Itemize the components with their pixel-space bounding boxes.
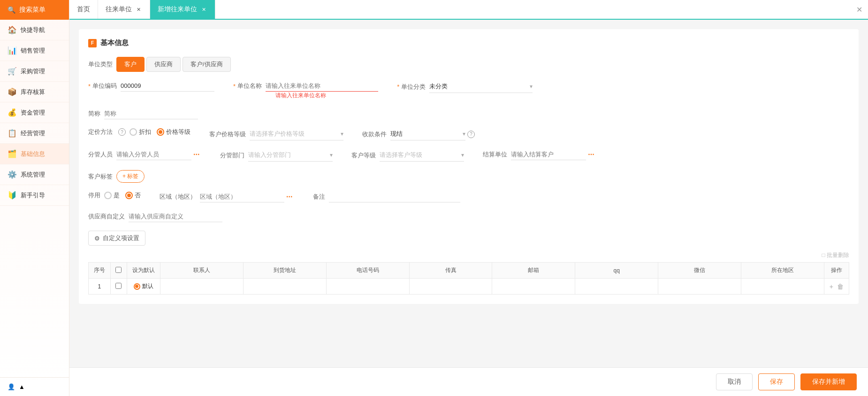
- section-title: F 基本信息: [88, 39, 849, 47]
- wechat-input[interactable]: [670, 283, 729, 290]
- phone-input[interactable]: [335, 283, 401, 290]
- tab-close-add-vendor[interactable]: ✕: [200, 6, 207, 13]
- supplier-custom-row: 供应商自定义: [88, 211, 849, 222]
- table-header: 所在地区: [741, 263, 824, 279]
- customer-price-level-select[interactable]: 请选择客户价格等级 ▾: [250, 128, 343, 140]
- tab-vendor-list[interactable]: 往来单位✕: [98, 0, 150, 19]
- contact-table: 序号设为默认联系人到货地址电话号码传真邮箱qq微信所在地区操作 1 默认 + 🗑: [88, 262, 849, 295]
- row-checkbox[interactable]: [115, 283, 122, 289]
- pricing-label: 定价方法: [88, 128, 113, 136]
- customer-level-placeholder: 请选择客户等级: [380, 151, 459, 159]
- unit-type-buttons: 客户 供应商 客户/供应商: [116, 57, 231, 72]
- contact-input[interactable]: [173, 283, 231, 290]
- tab-add-vendor[interactable]: 新增往来单位✕: [150, 0, 215, 19]
- customer-price-level-label: 客户价格等级: [209, 130, 246, 139]
- manager-group: 分管人员 ···: [88, 149, 201, 160]
- qq-input[interactable]: [587, 283, 646, 290]
- disable-yes-label: 是: [114, 191, 120, 200]
- unit-code-input[interactable]: [121, 80, 214, 92]
- row-checkbox-cell: [110, 279, 127, 295]
- custom-settings-button[interactable]: ⚙ 自定义项设置: [88, 231, 145, 246]
- fax-input[interactable]: [421, 283, 480, 290]
- search-menu[interactable]: 🔍 搜索菜单: [0, 0, 69, 20]
- sidebar-item-sales[interactable]: 📊销售管理: [0, 40, 69, 61]
- address-input[interactable]: [252, 283, 318, 290]
- sidebar-item-purchase[interactable]: 🛒采购管理: [0, 61, 69, 82]
- guide-label: 新手引导: [21, 191, 45, 200]
- settlement-ellipsis-button[interactable]: ···: [586, 150, 596, 159]
- settlement-input[interactable]: [511, 149, 586, 160]
- sidebar-item-quick-nav[interactable]: 🏠快捷导航: [0, 20, 69, 40]
- abbr-input[interactable]: [104, 108, 198, 119]
- supplier-custom-input[interactable]: [129, 211, 222, 222]
- settlement-label: 结算单位: [483, 150, 507, 159]
- unit-category-select[interactable]: 未分类 ▾: [429, 80, 533, 93]
- row-email: [492, 279, 575, 295]
- row-delete-button[interactable]: 🗑: [837, 283, 844, 290]
- section-icon: F: [88, 39, 97, 47]
- select-all-checkbox[interactable]: [115, 267, 122, 273]
- supplier-custom-group: 供应商自定义: [88, 211, 222, 222]
- row-actions: + 🗑: [824, 279, 849, 295]
- region-label: 区域（地区）: [160, 193, 196, 201]
- code-name-row: * 单位编码 * 单位名称 请输入往来单位名称: [88, 80, 849, 100]
- inventory-icon: 📦: [8, 87, 17, 96]
- tab-label-home: 首页: [77, 5, 90, 14]
- sidebar-item-basic[interactable]: 🗂️基础信息: [0, 144, 69, 164]
- tag-row: 客户标签 + 标签: [88, 170, 849, 183]
- unit-category-label: 单位分类: [401, 83, 426, 91]
- row-region-input[interactable]: [754, 283, 812, 290]
- sidebar-bottom[interactable]: 👤 ▲: [0, 377, 69, 396]
- type-btn-customer[interactable]: 客户: [116, 57, 145, 72]
- manager-label: 分管人员: [88, 150, 113, 159]
- unit-code-label: 单位编码: [92, 82, 117, 90]
- table-header: 邮箱: [492, 263, 575, 279]
- tab-label-vendor-list: 往来单位: [106, 5, 132, 14]
- save-button[interactable]: 保存: [758, 373, 795, 390]
- disable-yes-radio[interactable]: 是: [104, 191, 120, 200]
- region-ellipsis-button[interactable]: ···: [284, 193, 294, 201]
- disable-no-dot: [127, 194, 131, 197]
- tab-close-vendor-list[interactable]: ✕: [135, 6, 142, 13]
- customer-level-select[interactable]: 请选择客户等级 ▾: [380, 149, 464, 162]
- manager-input[interactable]: [116, 149, 191, 160]
- save-new-button[interactable]: 保存并新增: [800, 373, 857, 390]
- disable-radio-group: 是 否: [104, 191, 141, 200]
- tab-home[interactable]: 首页: [69, 0, 98, 19]
- cancel-button[interactable]: 取消: [716, 373, 753, 390]
- email-input[interactable]: [501, 283, 566, 290]
- payment-terms-select[interactable]: 现结 ▾: [390, 128, 465, 140]
- unit-name-required-mark: *: [233, 83, 236, 90]
- manager-ellipsis-button[interactable]: ···: [191, 150, 201, 159]
- sidebar-item-inventory[interactable]: 📦库存核算: [0, 82, 69, 102]
- sidebar-item-finance[interactable]: 💰资金管理: [0, 102, 69, 123]
- sidebar-item-system[interactable]: ⚙️系统管理: [0, 164, 69, 185]
- tab-label-add-vendor: 新增往来单位: [158, 5, 197, 14]
- sales-label: 销售管理: [21, 47, 45, 55]
- pricing-level-radio[interactable]: 价格等级: [157, 128, 190, 136]
- disable-no-radio[interactable]: 否: [125, 191, 141, 200]
- batch-delete-button[interactable]: 批量删除: [827, 252, 849, 258]
- page-content: F 基本信息 单位类型 客户 供应商 客户/供应商 *: [69, 20, 868, 367]
- type-btn-both[interactable]: 客户/供应商: [183, 57, 231, 72]
- sidebar-item-operations[interactable]: 📋经营管理: [0, 123, 69, 144]
- row-add-button[interactable]: +: [830, 283, 833, 290]
- payment-terms-info-icon[interactable]: ?: [467, 131, 475, 138]
- pricing-group: 定价方法 ? 折扣 价格等级: [88, 128, 190, 136]
- unit-name-input[interactable]: [266, 80, 378, 92]
- remark-input[interactable]: [329, 191, 460, 202]
- sidebar-item-guide[interactable]: 🔰新手引导: [0, 185, 69, 206]
- pricing-info-icon[interactable]: ?: [118, 128, 126, 136]
- type-btn-supplier[interactable]: 供应商: [146, 57, 181, 72]
- unit-name-group: * 单位名称 请输入往来单位名称: [233, 80, 378, 100]
- global-close-button[interactable]: ✕: [851, 0, 868, 19]
- unit-type-label: 单位类型: [88, 60, 113, 69]
- dept-group: 分管部门 请输入分管部门 ▾: [220, 149, 333, 162]
- dept-select[interactable]: 请输入分管部门 ▾: [248, 149, 333, 162]
- settings-row: ⚙ 自定义项设置: [88, 231, 849, 246]
- basic-label: 基础信息: [21, 150, 45, 158]
- settlement-group: 结算单位 ···: [483, 149, 596, 160]
- pricing-discount-radio[interactable]: 折扣: [129, 128, 151, 136]
- region-input[interactable]: [200, 191, 284, 202]
- add-tag-button[interactable]: + 标签: [116, 170, 145, 183]
